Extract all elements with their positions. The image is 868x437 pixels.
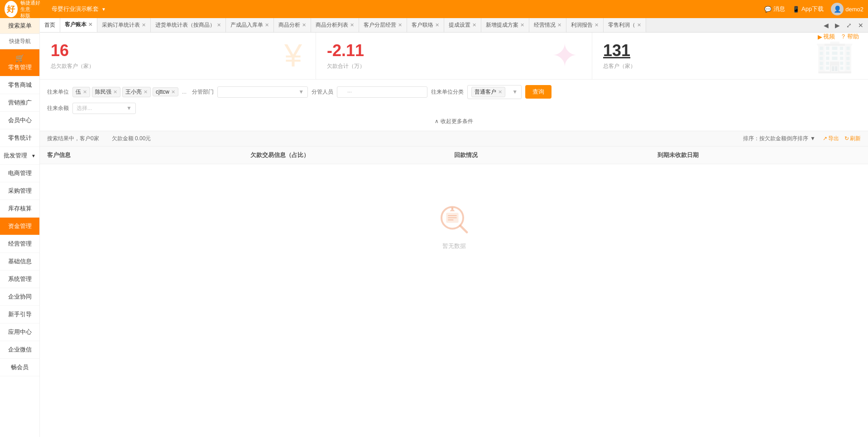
tab-add-commission[interactable]: 新增提成方案 ✕: [481, 18, 529, 33]
tab-close-icon[interactable]: ✕: [557, 22, 561, 28]
sidebar-item-chang-member[interactable]: 畅会员: [0, 359, 39, 376]
user-menu-btn[interactable]: 👤 demo2: [831, 3, 863, 15]
sidebar-item-finance[interactable]: 资金管理: [0, 218, 39, 235]
tab-profit[interactable]: 利润报告 ✕: [566, 18, 604, 33]
phone-icon: 📱: [792, 6, 800, 13]
tab-close-icon[interactable]: ✕: [398, 22, 402, 28]
tab-nav-prev[interactable]: ◀: [821, 18, 831, 33]
tab-goods-list[interactable]: 商品分析列表 ✕: [311, 18, 359, 33]
unit-type-tag[interactable]: 普通客户 ✕: [471, 87, 505, 97]
unit-tag-wang[interactable]: 王小亮 ✕: [122, 87, 151, 97]
col-header-customer: 客户信息: [47, 151, 250, 159]
app-download-btn[interactable]: 📱 App下载: [792, 5, 824, 13]
sidebar-item-enterprise-wechat[interactable]: 企业微信: [0, 341, 39, 359]
tab-close-icon[interactable]: ✕: [217, 22, 221, 28]
tab-home[interactable]: 首页: [40, 18, 60, 33]
filter-area: 往来单位 伍 ✕ 陈民强 ✕ 王小亮 ✕: [40, 80, 868, 131]
filter-row-1: 往来单位 伍 ✕ 陈民强 ✕ 王小亮 ✕: [47, 85, 861, 99]
tab-close-icon[interactable]: ✕: [595, 22, 599, 28]
tabs-bar: 首页 客户账本 ✕ 采购订单统计表 ✕ 进货单统计表（按商品） ✕ 产成品入库单…: [40, 18, 868, 33]
tab-commission-settings[interactable]: 提成设置 ✕: [444, 18, 481, 33]
collapse-row: ∧ 收起更多条件: [47, 118, 861, 125]
tabs-right-btns: ◀ ▶ ⤢ ✕: [821, 18, 868, 33]
unit-type-arrow-icon: ▼: [512, 89, 518, 95]
tab-customer-tier[interactable]: 客户分层经营 ✕: [359, 18, 407, 33]
tab-customer-ledger[interactable]: 客户账本 ✕: [60, 18, 97, 33]
tab-customer-contact[interactable]: 客户联络 ✕: [407, 18, 444, 33]
account-selector[interactable]: 母婴行业演示帐套 ▼: [52, 5, 106, 13]
tab-close-icon[interactable]: ✕: [350, 22, 354, 28]
tab-product-storage[interactable]: 产成品入库单 ✕: [226, 18, 274, 33]
query-button[interactable]: 查询: [525, 85, 551, 99]
unit-tag-wu[interactable]: 伍 ✕: [72, 87, 90, 97]
unit-type-close[interactable]: ✕: [498, 89, 502, 95]
help-link[interactable]: ？ 帮助: [840, 33, 859, 41]
tag-close-wang[interactable]: ✕: [144, 89, 148, 95]
remain-label: 往来余额: [47, 104, 69, 112]
tab-close-icon[interactable]: ✕: [265, 22, 269, 28]
unit-tag-chen[interactable]: 陈民强 ✕: [92, 87, 120, 97]
collapse-button[interactable]: ∧ 收起更多条件: [435, 118, 473, 125]
tab-close-icon[interactable]: ✕: [435, 22, 439, 28]
staff-label: 分管人员: [312, 88, 333, 96]
sidebar-item-purchase[interactable]: 采购管理: [0, 182, 39, 200]
message-btn[interactable]: 💬 消息: [764, 5, 785, 13]
unit-label: 往来单位: [47, 88, 69, 96]
sidebar-item-retail-stats[interactable]: 零售统计: [0, 129, 39, 147]
unit-type-select[interactable]: 普通客户 ✕ ▼: [467, 85, 522, 99]
tab-business[interactable]: 经营情况 ✕: [529, 18, 566, 33]
sidebar-item-operations[interactable]: 经营管理: [0, 235, 39, 253]
tab-close-icon[interactable]: ✕: [302, 22, 306, 28]
tab-close-icon[interactable]: ✕: [520, 22, 524, 28]
chevron-down-icon: ▼: [101, 7, 106, 12]
sidebar-item-marketing[interactable]: 营销推广: [0, 94, 39, 112]
tab-purchase-order[interactable]: 采购订单统计表 ✕: [97, 18, 151, 33]
staff-select[interactable]: ···: [337, 86, 427, 98]
tab-close-icon[interactable]: ✕: [637, 22, 641, 28]
main-content: 首页 客户账本 ✕ 采购订单统计表 ✕ 进货单统计表（按商品） ✕ 产成品入库单…: [40, 18, 868, 437]
logo-icon: 好: [5, 1, 18, 17]
col-header-repay: 回款情况: [454, 151, 657, 159]
stat-label-total: 总客户（家）: [603, 62, 857, 70]
sidebar-item-member[interactable]: 会员中心: [0, 112, 39, 129]
refresh-button[interactable]: ↻ 刷新: [844, 135, 861, 142]
logo[interactable]: 好 畅捷通好生意 标版: [5, 0, 44, 19]
tab-close-icon[interactable]: ✕: [142, 22, 146, 28]
tag-close-chen[interactable]: ✕: [113, 89, 117, 95]
video-link[interactable]: ▶ 视频: [818, 33, 835, 41]
sidebar-item-app-center[interactable]: 应用中心: [0, 323, 39, 341]
sidebar-item-wholesale[interactable]: 批发管理 ▼: [0, 147, 39, 165]
sidebar-item-collab[interactable]: 企业协同: [0, 288, 39, 306]
sidebar-item-ecommerce[interactable]: 电商管理: [0, 165, 39, 182]
sidebar-item-newbie[interactable]: 新手引导: [0, 306, 39, 323]
tab-close-icon[interactable]: ✕: [88, 22, 92, 28]
sort-button[interactable]: 排序：按欠款金额倒序排序 ▼: [743, 135, 815, 142]
sidebar-item-retail[interactable]: 🛒 零售管理: [0, 49, 39, 76]
unit-tags: 伍 ✕ 陈民强 ✕ 王小亮 ✕ cjttcw ✕: [72, 87, 188, 97]
dept-select[interactable]: ▼: [217, 86, 308, 98]
sidebar-search[interactable]: 搜索菜单: [0, 18, 39, 34]
more-tags[interactable]: ...: [180, 88, 188, 96]
sidebar-quick-nav[interactable]: 快捷导航: [0, 34, 39, 49]
sidebar-item-retail-mall[interactable]: 零售商城: [0, 76, 39, 94]
remain-select[interactable]: 选择... ▼: [72, 103, 136, 114]
layout: 搜索菜单 快捷导航 🛒 零售管理 零售商城 营销推广 会员中心 零售统计 批发管…: [0, 18, 868, 437]
stat-value-customers: 16: [51, 42, 305, 60]
export-button[interactable]: ↗ 导出: [823, 135, 839, 142]
tab-maximize[interactable]: ⤢: [844, 18, 854, 33]
tab-retail-profit[interactable]: 零售利润（ ✕: [604, 18, 646, 33]
top-bar: 好 畅捷通好生意 标版 母婴行业演示帐套 ▼ 💬 消息 📱 App下载 👤 de…: [0, 0, 868, 18]
tab-close-all[interactable]: ✕: [855, 18, 866, 33]
stat-card-debt: ✦ -2.11 欠款合计（万）: [316, 33, 592, 79]
tag-close-wu[interactable]: ✕: [83, 89, 87, 95]
tab-nav-next[interactable]: ▶: [832, 18, 843, 33]
sidebar-item-basic-info[interactable]: 基础信息: [0, 253, 39, 271]
tab-goods-analysis[interactable]: 商品分析 ✕: [274, 18, 311, 33]
chevron-up-icon: ∧: [435, 118, 439, 124]
sidebar-item-inventory[interactable]: 库存核算: [0, 200, 39, 218]
sidebar-item-system[interactable]: 系统管理: [0, 271, 39, 288]
tag-close-cj[interactable]: ✕: [171, 89, 175, 95]
unit-tag-cj[interactable]: cjttcw ✕: [153, 87, 178, 96]
tab-close-icon[interactable]: ✕: [472, 22, 476, 28]
tab-purchase-stats[interactable]: 进货单统计表（按商品） ✕: [151, 18, 226, 33]
